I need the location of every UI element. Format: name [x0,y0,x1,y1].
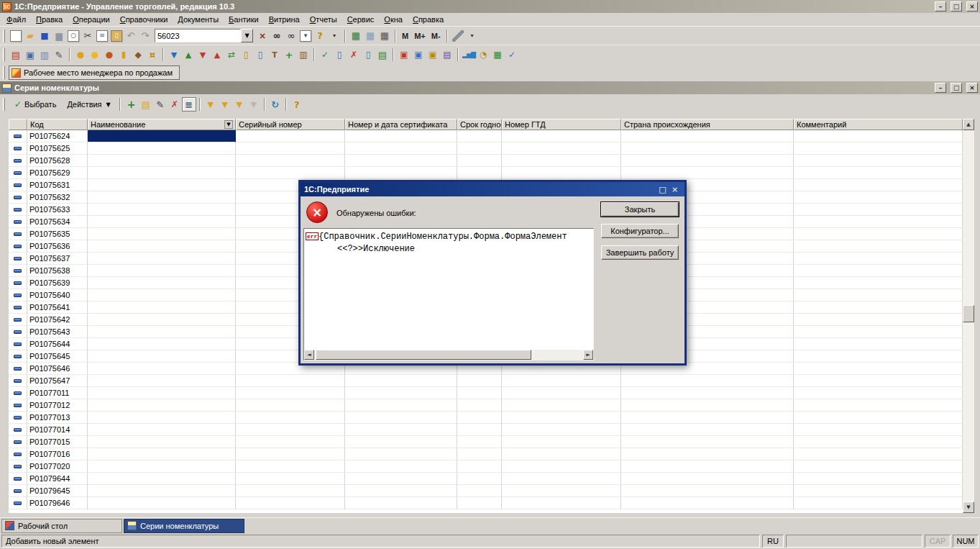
goods-receipt-icon[interactable]: ▼ [167,47,181,62]
document-open-icon[interactable]: ▯ [332,47,347,62]
supplier-invoice-icon[interactable]: ▯ [253,47,267,62]
minimize-icon[interactable]: – [935,1,946,12]
add-item-icon[interactable]: + [124,97,139,112]
column-header-customs-declaration[interactable]: Номер ГТД [502,119,621,130]
hscroll-track[interactable] [314,350,583,360]
document-approve-icon[interactable]: ✓ [318,47,332,62]
table-row[interactable]: P01077012 [9,399,963,412]
document-journal-icon[interactable]: ▥ [37,47,52,62]
menu-item-8[interactable]: Сервис [342,14,380,25]
service-settings-icon[interactable] [452,30,464,42]
window-tab-1[interactable]: Серии номенклатуры [124,519,244,533]
memory-subtract[interactable]: M- [429,32,444,40]
undo-icon[interactable]: ↶ [124,29,138,43]
purse-icon[interactable]: ◆ [131,47,145,62]
menu-item-9[interactable]: Окна [379,14,408,25]
customers-icon[interactable]: ▣ [397,47,411,62]
scroll-track[interactable] [963,130,974,502]
toolbar-options-icon[interactable]: ▾ [465,29,480,43]
column-header-certificate[interactable]: Номер и дата сертификата [345,119,457,130]
panel-grip[interactable] [3,66,5,79]
report-settings-icon[interactable]: ✓ [505,47,519,62]
column-header-code[interactable]: Код [27,119,88,130]
refresh-list-icon[interactable]: ↻ [268,97,283,112]
menu-item-4[interactable]: Документы [173,14,224,25]
document-cancel-icon[interactable]: ✗ [347,47,361,62]
select-button[interactable]: ✓ Выбрать [9,96,61,112]
table-row[interactable]: P01077014 [9,424,963,436]
tax-invoice-icon[interactable]: Т [267,47,282,62]
menu-item-3[interactable]: Справочники [115,14,173,25]
column-header-expiration[interactable]: Срок годнос... [457,119,502,130]
pie-report-icon[interactable]: ◔ [476,47,490,62]
dialog-maximize-icon[interactable]: □ [656,185,669,194]
table-row[interactable]: P01077011 [9,387,963,399]
table-document-icon[interactable]: ▦ [363,29,377,43]
suppliers-icon[interactable]: ▣ [411,47,426,62]
table-row[interactable]: P01075625 [9,142,963,155]
goods-issue-icon[interactable]: ▲ [181,47,196,62]
spreadsheet-document-icon[interactable]: ▦ [349,29,363,43]
filter-by-value-icon[interactable]: ▼ [218,97,232,112]
filter-history-icon[interactable]: ▼ [232,97,247,112]
horizontal-scrollbar[interactable]: ◄ ► [304,350,593,360]
memory-add[interactable]: M+ [411,32,429,40]
menu-item-2[interactable]: Операции [68,14,114,25]
clear-filter-icon[interactable]: ▼ [247,97,261,112]
error-text-area[interactable]: err {Справочник.СерииНоменклатуры.Форма.… [303,228,594,360]
syntax-help-icon[interactable]: ? [313,29,327,43]
edit-document-icon[interactable]: ✎ [52,47,66,62]
dialog-close-icon[interactable]: × [669,185,681,194]
list-close-icon[interactable]: × [966,83,978,93]
filter-and-sort-icon[interactable]: ▼ [203,97,218,112]
view-document-icon[interactable]: ▾ [300,30,311,42]
scroll-left-icon[interactable]: ◄ [304,350,314,360]
menu-item-10[interactable]: Справка [408,14,449,25]
table-row[interactable]: P01075624 [9,130,963,142]
currency-operations-icon[interactable]: ¤ [145,47,160,62]
table-row[interactable]: P01075628 [9,155,963,167]
table-row[interactable]: P01077013 [9,412,963,424]
print-icon[interactable]: ▆ [52,29,66,43]
print-preview-icon[interactable]: ○ [68,30,79,42]
contractors-icon[interactable]: ▣ [426,47,440,62]
save-document-icon[interactable]: ■ [37,29,52,43]
clear-find-icon[interactable]: × [255,29,270,43]
table-report-icon[interactable]: ▦ [490,47,505,62]
receipt-return-icon[interactable]: ▼ [196,47,210,62]
customer-order-icon[interactable]: ▯ [239,47,253,62]
cut-icon[interactable]: ✂ [81,29,95,43]
menu-item-6[interactable]: Витрина [264,14,305,25]
table-row[interactable]: P01075629 [9,167,963,179]
restore-icon[interactable]: □ [951,1,962,12]
actions-button[interactable]: Действия ▼ [62,96,115,112]
vertical-scrollbar[interactable]: ▲ ▼ [963,119,974,513]
formula-calculator-icon[interactable]: ▦ [377,29,392,43]
table-row[interactable]: P01079645 [9,485,963,497]
hscroll-thumb[interactable] [316,350,531,360]
new-document-icon[interactable] [10,30,22,42]
list-restore-icon[interactable]: □ [951,83,962,93]
inventory-icon[interactable]: ▥ [296,47,311,62]
table-row[interactable]: P01077020 [9,460,963,473]
scroll-thumb[interactable] [963,305,974,322]
table-row[interactable]: P01075647 [9,375,963,387]
toolbar-grip[interactable] [3,30,5,42]
column-header-country[interactable]: Страна происхождения [621,119,794,130]
language-indicator[interactable]: RU [762,535,784,548]
dialog-titlebar[interactable]: 1С:Предприятие □ × [301,182,684,196]
find-icon[interactable]: ∞ [270,29,284,43]
issue-return-icon[interactable]: ▲ [210,47,224,62]
cash-receipt-icon[interactable]: ● [73,47,88,62]
print-documents-icon[interactable]: ▣ [23,47,37,62]
scroll-down-icon[interactable]: ▼ [963,502,974,513]
find-by-number-input[interactable] [155,29,241,42]
menu-item-5[interactable]: Бантики [224,14,264,25]
payment-order-icon[interactable]: ● [102,47,116,62]
table-row[interactable]: P01079646 [9,497,963,509]
scroll-up-icon[interactable]: ▲ [963,119,974,130]
memory-recall[interactable]: M [399,32,411,40]
shutdown-button[interactable]: Завершить работу [601,245,679,260]
more-commands-icon[interactable]: ▾ [327,29,342,43]
list-minimize-icon[interactable]: – [935,83,946,93]
